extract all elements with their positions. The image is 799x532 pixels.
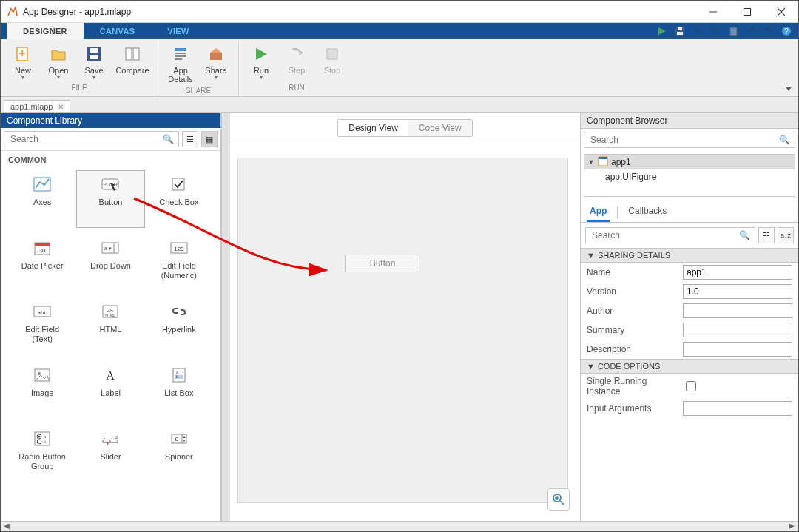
code-options-header[interactable]: ▼ CODE OPTIONS <box>581 359 798 374</box>
name-field[interactable] <box>683 265 792 280</box>
svg-point-45 <box>38 372 41 375</box>
spinner-icon: 0 <box>169 430 189 448</box>
complib-scrollbar[interactable] <box>221 113 230 521</box>
component-item[interactable]: PUSHButton <box>76 170 144 228</box>
svg-rect-19 <box>175 55 186 57</box>
component-item[interactable]: a ▾Drop Down <box>76 234 144 292</box>
svg-marker-22 <box>210 48 222 53</box>
zoom-fit-button[interactable] <box>547 488 570 511</box>
canvas-button-component[interactable]: Button <box>345 255 419 272</box>
svg-text:30: 30 <box>39 247 46 254</box>
description-field[interactable] <box>683 342 792 357</box>
run-qat-icon[interactable] <box>656 25 668 37</box>
collapse-icon[interactable]: ▼ <box>587 158 595 166</box>
close-icon[interactable]: ✕ <box>58 103 64 111</box>
component-item-label: HTML <box>100 325 122 334</box>
component-item[interactable]: 123Edit Field (Numeric) <box>145 234 213 292</box>
horizontal-scrollbar[interactable]: ⯇ ⯈ <box>1 521 798 531</box>
author-field[interactable] <box>683 303 792 318</box>
save-button[interactable]: Save <box>76 42 112 82</box>
save-qat-icon[interactable] <box>674 25 686 37</box>
grid-view-button[interactable]: ▦ <box>201 131 218 147</box>
component-item[interactable]: </>HTMLHTML <box>76 297 144 355</box>
redo-qat-icon[interactable]: ↷ <box>763 25 775 37</box>
component-item[interactable]: abRadio Button Group <box>8 425 76 482</box>
prop-name-row: Name <box>581 263 798 282</box>
design-view-button[interactable]: Design View <box>338 120 408 136</box>
svg-rect-51 <box>35 432 50 445</box>
tab-view[interactable]: VIEW <box>151 23 205 39</box>
component-item[interactable]: 0Spinner <box>145 425 213 482</box>
paste-qat-icon[interactable]: 📋 <box>727 25 739 37</box>
prop-summary-row: Summary <box>581 320 798 340</box>
callbacks-tab[interactable]: Callbacks <box>625 203 670 222</box>
run-group: Run Step Stop RUN <box>239 42 354 96</box>
component-item-label: Spinner <box>165 452 193 462</box>
share-group-label: SHARE <box>163 85 234 96</box>
svg-line-70 <box>560 501 564 505</box>
inspector-tabs: App Callbacks <box>581 200 798 223</box>
component-item[interactable]: 12Slider <box>76 425 144 482</box>
component-item[interactable]: Hyperlink <box>145 297 213 355</box>
svg-marker-24 <box>300 51 303 55</box>
drop-down-icon: a ▾ <box>100 239 121 257</box>
svg-rect-64 <box>172 434 186 443</box>
component-item[interactable]: Axes <box>8 170 76 228</box>
sort-button[interactable]: a↓z <box>778 227 794 243</box>
component-tree[interactable]: ▼ app1 app.UIFigure <box>584 154 795 197</box>
svg-text:+: + <box>18 47 25 59</box>
tree-root-node[interactable]: ▼ app1 <box>584 155 795 169</box>
svg-rect-21 <box>210 53 222 60</box>
new-button[interactable]: + New <box>5 42 41 82</box>
app-details-icon <box>172 45 189 63</box>
categorize-button[interactable]: ☷ <box>758 227 775 243</box>
prop-version-row: Version <box>581 282 798 301</box>
code-view-button[interactable]: Code View <box>408 120 472 136</box>
version-field[interactable] <box>683 284 792 299</box>
tab-canvas[interactable]: CANVAS <box>84 23 151 39</box>
component-item[interactable]: 30Date Picker <box>8 234 76 292</box>
toolstrip-collapse-icon[interactable] <box>783 83 794 93</box>
uifigure-canvas[interactable]: Button <box>237 158 568 503</box>
component-item[interactable]: Check Box <box>145 170 213 228</box>
single-instance-checkbox[interactable] <box>686 381 696 391</box>
scroll-left-icon[interactable]: ⯇ <box>4 523 10 531</box>
component-item[interactable]: ALabel <box>76 361 144 419</box>
cut-qat-icon[interactable]: ✂ <box>692 25 704 37</box>
component-item[interactable]: abList Box <box>145 361 213 419</box>
svg-text:?: ? <box>784 27 789 36</box>
input-args-field[interactable] <box>683 401 792 416</box>
minimize-button[interactable] <box>696 1 730 23</box>
undo-qat-icon[interactable]: ↶ <box>745 25 757 37</box>
app-details-button[interactable]: App Details <box>163 42 198 85</box>
sharing-details-header[interactable]: ▼ SHARING DETAILS <box>581 248 798 263</box>
list-view-button[interactable]: ☰ <box>182 131 198 147</box>
copy-qat-icon[interactable]: ⧉ <box>709 25 721 37</box>
share-button[interactable]: Share <box>198 42 234 85</box>
tab-designer[interactable]: DESIGNER <box>7 23 84 39</box>
toolstrip-tabbar: DESIGNER CANVAS VIEW ✂ ⧉ 📋 ↶ ↷ ? <box>1 23 798 39</box>
run-button[interactable]: Run <box>243 42 279 82</box>
app-tab[interactable]: App <box>587 203 610 222</box>
summary-field[interactable] <box>683 323 792 337</box>
maximize-button[interactable] <box>730 1 764 23</box>
help-qat-icon[interactable]: ? <box>781 25 792 37</box>
search-icon: 🔍 <box>739 230 750 240</box>
browser-search-input[interactable]: 🔍 <box>584 132 795 148</box>
svg-rect-6 <box>677 32 683 35</box>
component-item[interactable]: Image <box>8 361 76 419</box>
component-grid: AxesPUSHButtonCheck Box30Date Pickera ▾D… <box>1 167 220 490</box>
component-item-label: Button <box>99 198 123 207</box>
svg-point-54 <box>37 440 41 444</box>
component-item-label: Image <box>31 388 54 398</box>
property-search-input[interactable]: 🔍 <box>585 227 755 243</box>
open-button[interactable]: Open <box>41 42 76 82</box>
document-tab[interactable]: app1.mlapp ✕ <box>4 100 70 112</box>
component-item[interactable]: abcEdit Field (Text) <box>8 297 76 355</box>
close-button[interactable] <box>764 1 798 23</box>
prop-single-instance-row: Single Running Instance <box>581 374 798 399</box>
component-search-input[interactable]: 🔍 <box>4 131 179 147</box>
scroll-right-icon[interactable]: ⯈ <box>789 523 795 531</box>
compare-button[interactable]: Compare <box>112 42 153 82</box>
tree-child-node[interactable]: app.UIFigure <box>584 169 795 184</box>
